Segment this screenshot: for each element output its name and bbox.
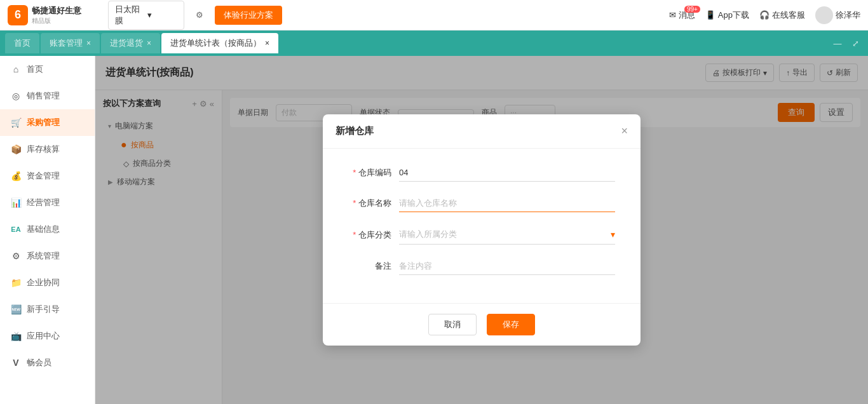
dialog-close-icon[interactable]: × [621, 125, 628, 138]
tab-purchase-return-close[interactable]: × [147, 39, 151, 48]
online-service-label: 在线客服 [772, 10, 805, 21]
purchase-icon: 🛒 [10, 117, 22, 128]
sidebar-item-apps-label: 应用中心 [27, 330, 60, 342]
tab-purchase-stats-close[interactable]: × [265, 39, 269, 48]
name-input[interactable] [399, 194, 615, 212]
dialog: 新增仓库 × 仓库编码 仓库名称 仓库 [323, 114, 641, 346]
sidebar-item-guide-label: 新手引导 [27, 304, 60, 315]
finance-icon: 💰 [10, 170, 22, 182]
main-content: 进货单统计(按商品) 🖨 按模板打印 ▾ ↑ 导出 ↺ 刷新 [95, 56, 868, 404]
form-row-name: 仓库名称 [348, 194, 615, 212]
sidebar-item-home[interactable]: ⌂ 首页 [0, 56, 95, 83]
tab-expand-icon[interactable]: ⤢ [848, 36, 863, 51]
headset-icon: 🎧 [759, 10, 770, 20]
name-label: 仓库名称 [348, 198, 399, 209]
tab-actions: — ⤢ [830, 36, 863, 51]
dialog-title: 新增仓库 [336, 125, 374, 137]
topbar-right: ✉ 消息 99+ 📱 App下载 🎧 在线客服 徐泽华 [669, 6, 860, 24]
sidebar-item-finance-label: 资金管理 [27, 170, 60, 182]
sidebar-item-basic[interactable]: EA 基础信息 [0, 216, 95, 243]
tab-account[interactable]: 账套管理 × [41, 33, 100, 53]
tab-home-label: 首页 [14, 37, 31, 49]
settings-icon[interactable]: ⚙ [189, 5, 210, 25]
logo-subtitle: 精品版 [32, 17, 81, 25]
logo-area: 6 畅捷通好生意 精品版 [8, 5, 103, 25]
dialog-body: 仓库编码 仓库名称 仓库分类 请输入所属分类 ▾ [323, 149, 641, 303]
apps-icon: 📺 [10, 330, 22, 342]
guide-icon: 🆕 [10, 304, 22, 315]
tab-purchase-stats-label: 进货单统计表（按商品） [170, 37, 261, 49]
username: 徐泽华 [836, 10, 860, 21]
avatar [815, 6, 833, 24]
trial-button[interactable]: 体验行业方案 [215, 6, 282, 25]
sidebar-item-home-label: 首页 [27, 64, 43, 75]
form-row-remark: 备注 [348, 257, 615, 275]
sidebar-item-operations[interactable]: 📊 经营管理 [0, 189, 95, 216]
system-icon: ⚙ [10, 250, 22, 262]
dialog-header: 新增仓库 × [323, 114, 641, 149]
messages-button[interactable]: ✉ 消息 99+ [669, 10, 695, 21]
sidebar-item-sales-label: 销售管理 [27, 90, 60, 102]
tab-purchase-return[interactable]: 进货退货 × [101, 33, 160, 53]
member-icon: V [10, 357, 22, 368]
sidebar-item-purchase-label: 采购管理 [27, 117, 60, 128]
code-label: 仓库编码 [348, 167, 399, 178]
remark-input[interactable] [399, 257, 615, 275]
sidebar-item-operations-label: 经营管理 [27, 197, 60, 208]
save-button[interactable]: 保存 [487, 314, 535, 335]
cancel-button[interactable]: 取消 [428, 314, 477, 335]
app-download-button[interactable]: 📱 App下载 [705, 10, 749, 21]
sidebar-item-system-label: 系统管理 [27, 250, 60, 262]
form-row-code: 仓库编码 [348, 164, 615, 182]
tab-purchase-stats[interactable]: 进货单统计表（按商品） × [161, 33, 278, 53]
category-select[interactable]: 请输入所属分类 ▾ [399, 225, 615, 245]
overlay: 新增仓库 × 仓库编码 仓库名称 仓库 [95, 56, 868, 404]
store-name: 日太阳膜 [115, 4, 145, 27]
sidebar: ⌂ 首页 ◎ 销售管理 🛒 采购管理 📦 库存核算 💰 资金管理 📊 经营管理 … [0, 56, 95, 404]
sidebar-item-sales[interactable]: ◎ 销售管理 [0, 83, 95, 109]
layout: ⌂ 首页 ◎ 销售管理 🛒 采购管理 📦 库存核算 💰 资金管理 📊 经营管理 … [0, 56, 868, 404]
store-selector[interactable]: 日太阳膜 ▾ [108, 1, 184, 30]
inventory-icon: 📦 [10, 144, 22, 155]
tab-minimize-icon[interactable]: — [830, 36, 845, 51]
form-row-category: 仓库分类 请输入所属分类 ▾ [348, 225, 615, 245]
logo-title: 畅捷通好生意 [32, 5, 81, 17]
sidebar-item-apps[interactable]: 📺 应用中心 [0, 323, 95, 349]
sidebar-item-finance[interactable]: 💰 资金管理 [0, 163, 95, 189]
tab-account-close[interactable]: × [86, 39, 91, 48]
code-input[interactable] [399, 164, 615, 182]
remark-label: 备注 [348, 260, 399, 272]
sidebar-item-member-label: 畅会员 [27, 357, 51, 368]
sidebar-item-enterprise-label: 企业协同 [27, 277, 60, 288]
dropdown-arrow-icon: ▾ [147, 10, 177, 20]
topbar: 6 畅捷通好生意 精品版 日太阳膜 ▾ ⚙ 体验行业方案 ✉ 消息 99+ 📱 … [0, 0, 868, 30]
enterprise-icon: 📁 [10, 277, 22, 288]
online-service-button[interactable]: 🎧 在线客服 [759, 10, 805, 21]
basic-info-icon: EA [10, 224, 22, 235]
sidebar-item-inventory-label: 库存核算 [27, 144, 60, 155]
phone-icon: 📱 [705, 10, 715, 20]
tab-account-label: 账套管理 [50, 37, 83, 49]
sidebar-item-system[interactable]: ⚙ 系统管理 [0, 243, 95, 269]
category-dropdown-icon: ▾ [611, 229, 615, 239]
sidebar-item-purchase[interactable]: 🛒 采购管理 [0, 109, 95, 136]
tab-home[interactable]: 首页 [5, 33, 39, 53]
sidebar-item-inventory[interactable]: 📦 库存核算 [0, 136, 95, 163]
category-label: 仓库分类 [348, 229, 399, 241]
sales-icon: ◎ [10, 90, 22, 102]
tab-purchase-return-label: 进货退货 [110, 37, 143, 49]
home-icon: ⌂ [10, 64, 22, 75]
sidebar-item-member[interactable]: V 畅会员 [0, 349, 95, 376]
dialog-footer: 取消 保存 [323, 303, 641, 346]
sidebar-item-enterprise[interactable]: 📁 企业协同 [0, 269, 95, 296]
message-badge: 99+ [684, 6, 700, 13]
sidebar-item-guide[interactable]: 🆕 新手引导 [0, 296, 95, 323]
user-profile[interactable]: 徐泽华 [815, 6, 860, 24]
operations-icon: 📊 [10, 197, 22, 208]
logo-text: 畅捷通好生意 精品版 [32, 5, 81, 25]
tabbar: 首页 账套管理 × 进货退货 × 进货单统计表（按商品） × — ⤢ [0, 30, 868, 56]
app-download-label: App下载 [718, 10, 749, 21]
message-icon: ✉ [669, 10, 676, 20]
category-select-text: 请输入所属分类 [399, 229, 611, 240]
logo-icon: 6 [8, 5, 28, 25]
